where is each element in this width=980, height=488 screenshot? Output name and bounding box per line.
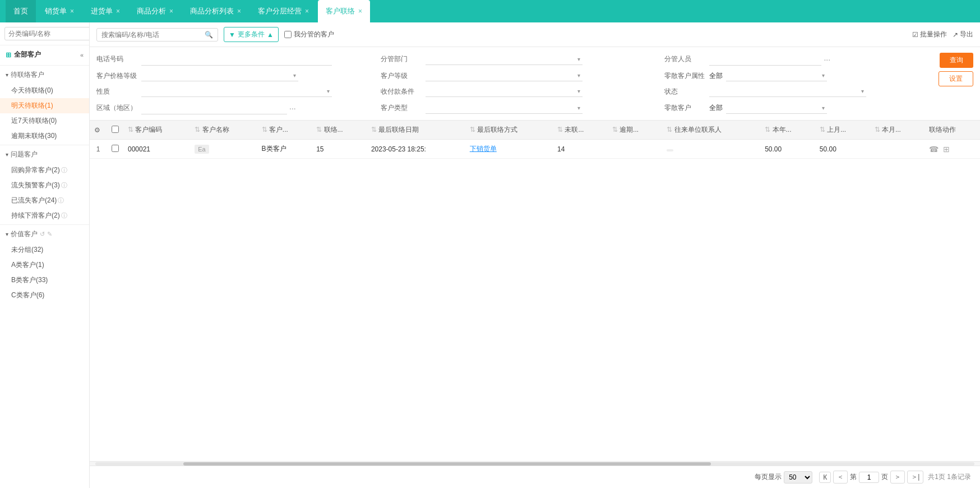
- td-last-month: 50.00: [815, 140, 870, 159]
- nav-product-analysis-close[interactable]: ×: [169, 7, 173, 15]
- sort-icon: ⇅: [557, 126, 563, 133]
- td-last-date: 2023-05-23 18:25:: [367, 140, 465, 159]
- filter-status-select[interactable]: ▾: [709, 86, 866, 97]
- reset-button[interactable]: 设置: [939, 71, 973, 86]
- page-input[interactable]: [859, 472, 879, 483]
- filter-row-1: 电话号码 分管部门 ▾ 分管人员: [96, 53, 923, 66]
- sidebar-item-7days[interactable]: 近7天待联络(0): [0, 113, 89, 128]
- sort-icon: ⇅: [128, 126, 133, 133]
- search-icon[interactable]: 🔍: [205, 31, 213, 39]
- filter-customer-type-select[interactable]: ▾: [426, 103, 583, 114]
- filter-retail-customer: 零散客户 全部 ▾: [664, 103, 923, 114]
- chevron-down-icon: ▾: [822, 72, 825, 79]
- info-icon-0: ⓘ: [61, 166, 67, 174]
- customer-name-masked: Ea: [195, 145, 209, 154]
- td-name: Ea: [190, 140, 257, 159]
- sidebar-item-tomorrow[interactable]: 明天待联络(1): [0, 98, 89, 113]
- th-contact-person: ⇅ 往来单位联系人: [662, 121, 760, 140]
- nav-customer-tier-close[interactable]: ×: [305, 7, 309, 15]
- filter-payment-terms-select[interactable]: ▾: [426, 86, 583, 97]
- chevron-down-icon: ▾: [577, 88, 580, 94]
- my-customers-checkbox[interactable]: [284, 31, 292, 38]
- td-contacts: 15: [312, 140, 367, 159]
- filter-manager-input[interactable]: [709, 53, 821, 66]
- sidebar-problem-customers-header[interactable]: 问题客户: [0, 146, 89, 163]
- customer-table: ⚙ ⇅ 客户编码 ⇅ 客户名称 ⇅ 客户... ⇅ 联络... ⇅ 最后联络日期…: [90, 121, 980, 159]
- sidebar-item-churned[interactable]: 已流失客户(24) ⓘ: [0, 193, 89, 208]
- filter-nature: 性质 ▾: [96, 86, 355, 97]
- prev-page-button[interactable]: ＜: [833, 471, 848, 484]
- first-page-button[interactable]: К: [819, 472, 831, 483]
- nav-home[interactable]: 首页: [6, 0, 36, 22]
- nav-customer-contact[interactable]: 客户联络 ×: [318, 0, 370, 22]
- row-checkbox[interactable]: [112, 145, 119, 152]
- nav-customer-tier[interactable]: 客户分层经营 ×: [250, 0, 317, 22]
- th-contacts: ⇅ 联络...: [312, 121, 367, 140]
- search-input-wrap: 🔍: [96, 28, 218, 42]
- filter-dept-label: 分管部门: [381, 54, 426, 64]
- sidebar-search-area: 🔍: [0, 22, 89, 45]
- nav-purchase-close[interactable]: ×: [116, 7, 120, 15]
- filter-phone-input[interactable]: [141, 53, 332, 66]
- sidebar-item-ungrouped[interactable]: 未分组(32): [0, 242, 89, 257]
- chevron-down-icon: ▾: [577, 56, 580, 62]
- sidebar-item-overdue[interactable]: 逾期未联络(30): [0, 128, 89, 144]
- sidebar-item-b-class[interactable]: B类客户(33): [0, 273, 89, 288]
- sidebar-item-repurchase-anomaly[interactable]: 回购异常客户(2) ⓘ: [0, 163, 89, 178]
- sidebar-item-c-class[interactable]: C类客户(6): [0, 288, 89, 303]
- scrollbar-thumb[interactable]: [183, 462, 711, 466]
- filter-manager-label: 分管人员: [664, 54, 709, 64]
- grid-action-icon[interactable]: ⊞: [943, 145, 950, 154]
- nav-product-list[interactable]: 商品分析列表 ×: [182, 0, 249, 22]
- filter-retail-customer-label: 零散客户: [664, 103, 709, 113]
- nav-product-list-close[interactable]: ×: [237, 7, 241, 15]
- search-input[interactable]: [101, 31, 202, 39]
- filter-retail-attr-select[interactable]: ▾: [726, 70, 827, 81]
- query-button[interactable]: 查询: [940, 53, 973, 68]
- refresh-icon[interactable]: ↺: [40, 231, 45, 238]
- nav-purchase[interactable]: 进货单 ×: [83, 0, 128, 22]
- sidebar-item-churn-warning[interactable]: 流失预警客户(3) ⓘ: [0, 178, 89, 193]
- sidebar-pending-contact-header[interactable]: 待联络客户: [0, 67, 89, 83]
- sidebar-item-today[interactable]: 今天待联络(0): [0, 83, 89, 98]
- sidebar-item-declining[interactable]: 持续下滑客户(2) ⓘ: [0, 208, 89, 223]
- filter-customer-level: 客户等级 ▾: [381, 70, 639, 81]
- nav-customer-contact-close[interactable]: ×: [358, 7, 362, 15]
- td-check: [107, 140, 123, 159]
- th-code: ⇅ 客户编码: [123, 121, 190, 140]
- chevron-down-icon: ▾: [577, 105, 580, 111]
- td-year-amount: 50.00: [760, 140, 815, 159]
- nav-sales[interactable]: 销货单 ×: [37, 0, 82, 22]
- sidebar-search-input[interactable]: [4, 27, 90, 40]
- filter-dept-select[interactable]: ▾: [426, 54, 583, 65]
- more-filter-button[interactable]: ▼ 更多条件 ▲: [224, 27, 279, 42]
- sidebar-all-customers[interactable]: ⊞ 全部客户 «: [0, 45, 89, 64]
- horizontal-scrollbar[interactable]: [90, 461, 980, 466]
- sidebar-value-customers-header[interactable]: 价值客户 ↺ ✎: [0, 226, 89, 242]
- filter-region-input[interactable]: [141, 102, 287, 114]
- nav-product-analysis[interactable]: 商品分析 ×: [129, 0, 181, 22]
- phone-action-icon[interactable]: ☎: [929, 145, 939, 154]
- page-size-select[interactable]: 50 20 100 200: [784, 471, 812, 484]
- last-page-button[interactable]: ＞|: [907, 471, 923, 484]
- my-customers-checkbox-area: 我分管的客户: [284, 30, 334, 39]
- filter-retail-attr-value: 全部: [709, 71, 723, 81]
- next-page-button[interactable]: ＞: [890, 471, 905, 484]
- nav-sales-close[interactable]: ×: [70, 7, 74, 15]
- export-button[interactable]: ↗ 导出: [953, 30, 973, 39]
- select-all-checkbox[interactable]: [112, 126, 119, 133]
- filter-nature-label: 性质: [96, 87, 141, 96]
- sidebar-item-a-class[interactable]: A类客户(1): [0, 257, 89, 273]
- filter-region-dots[interactable]: ···: [289, 104, 296, 113]
- filter-nature-select[interactable]: ▾: [141, 86, 332, 97]
- filter-customer-level-select[interactable]: ▾: [426, 70, 583, 81]
- last-method-link[interactable]: 下销货单: [470, 145, 497, 153]
- edit-icon[interactable]: ✎: [47, 231, 52, 238]
- batch-op-button[interactable]: ☑ 批量操作: [912, 30, 947, 39]
- filter-icon: ▼: [229, 31, 235, 39]
- filter-retail-customer-select[interactable]: ▾: [726, 103, 827, 114]
- filter-manager-dots[interactable]: ···: [824, 55, 830, 64]
- filter-price-level-select[interactable]: ▾: [141, 70, 298, 81]
- td-action: ☎ ⊞: [924, 140, 980, 159]
- th-gear[interactable]: ⚙: [90, 121, 107, 140]
